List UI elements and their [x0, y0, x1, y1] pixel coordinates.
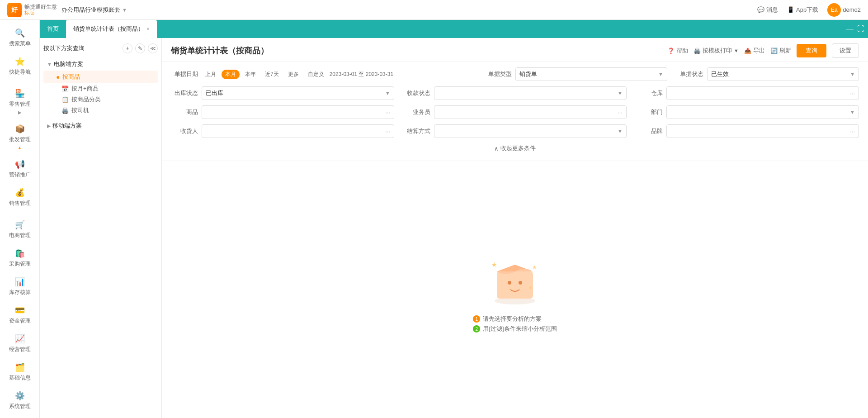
export-icon: 📤 — [744, 48, 751, 54]
department-input[interactable]: ▼ — [666, 105, 859, 119]
date-tab-7days[interactable]: 近7天 — [261, 70, 283, 79]
message-button[interactable]: 💬 消息 — [757, 6, 778, 14]
wholesale-icon: 📦 — [15, 124, 25, 134]
sidebar-item-purchase[interactable]: 🛍️ 采购管理 — [0, 244, 39, 272]
star-icon: ⭐ — [15, 57, 25, 66]
scheme-by-goods-category[interactable]: 📋 按商品分类 — [43, 94, 158, 105]
sidebar-item-basic[interactable]: 🗂️ 基础信息 — [0, 358, 39, 386]
print-button[interactable]: 🖨️ 按模板打印 ▼ — [693, 47, 739, 55]
warehouse-input[interactable]: ··· — [666, 86, 859, 100]
collapse-conditions-button[interactable]: ∧ 收起更多条件 — [171, 142, 859, 155]
scheme-by-month-goods[interactable]: 📅 按月+商品 — [43, 83, 158, 94]
svg-text:★: ★ — [532, 264, 537, 271]
date-label: 单据日期 — [171, 70, 198, 78]
empty-svg: ★ ★ ✦ — [483, 244, 547, 308]
receiver-input[interactable]: ··· — [202, 124, 394, 138]
logo-text: 畅捷通好生意 标版 — [24, 4, 57, 16]
phone-icon: 📱 — [787, 6, 794, 13]
svg-text:✦: ✦ — [528, 285, 532, 290]
help-button[interactable]: ❓ 帮助 — [667, 47, 688, 55]
brand-dots[interactable]: ··· — [850, 128, 855, 135]
brand-input[interactable]: ··· — [666, 124, 859, 138]
chevron-right-icon: ▶ — [18, 110, 22, 115]
payment-method-input[interactable]: ▼ — [434, 124, 627, 138]
export-button[interactable]: 📤 导出 — [744, 47, 765, 55]
sidebar-item-system[interactable]: ⚙️ 系统管理 — [0, 386, 39, 415]
refresh-icon: 🔄 — [770, 48, 778, 54]
settings-button[interactable]: 设置 — [832, 43, 859, 58]
retail-icon: 🏪 — [15, 89, 25, 99]
single-type-input[interactable]: 销货单 ▼ — [515, 67, 667, 81]
refresh-button[interactable]: 🔄 刷新 — [770, 47, 791, 55]
tab-home[interactable]: 首页 — [40, 20, 66, 38]
salesperson-label: 业务员 — [403, 108, 430, 116]
date-tab-more[interactable]: 更多 — [284, 70, 302, 79]
salesperson-dots[interactable]: ··· — [618, 109, 623, 116]
sidebar-item-cooperation[interactable]: 🤝 企业协同 — [0, 415, 39, 418]
mobile-group[interactable]: ▶ 移动端方案 — [43, 119, 158, 132]
receiver-dots[interactable]: ··· — [385, 128, 390, 135]
filter-panel-actions: + ✎ ≪ — [123, 43, 158, 53]
collect-status-field: 收款状态 ▼ — [403, 86, 627, 100]
message-icon: 💬 — [757, 6, 764, 13]
sidebar-item-inventory[interactable]: 📊 库存核算 — [0, 272, 39, 301]
svg-text:★: ★ — [491, 261, 497, 268]
collect-status-dropdown-icon: ▼ — [618, 90, 623, 96]
empty-tip-1: 1 请先选择要分析的方案 — [473, 315, 557, 323]
out-status-label: 出库状态 — [171, 89, 198, 97]
driver-icon: 🖨️ — [61, 107, 69, 114]
sidebar-item-marketing[interactable]: 📢 营销推广 — [0, 155, 39, 183]
department-dropdown-icon: ▼ — [850, 109, 855, 115]
goods-label: 商品 — [171, 108, 198, 116]
desktop-group[interactable]: ▼ 电脑端方案 — [43, 58, 158, 71]
edit-scheme-button[interactable]: ✎ — [135, 43, 145, 53]
inventory-icon: 📊 — [15, 277, 25, 287]
tab-active[interactable]: 销货单统计计表（按商品） × — [66, 20, 157, 38]
sidebar-item-search[interactable]: 🔍 搜索菜单 — [0, 24, 39, 52]
date-tab-custom[interactable]: 自定义 — [304, 70, 328, 79]
minimize-icon[interactable]: — — [846, 25, 854, 33]
salesperson-input[interactable]: ··· — [434, 105, 627, 119]
sidebar-item-finance[interactable]: 💳 资金管理 — [0, 301, 39, 329]
sidebar-item-retail[interactable]: 🏪 零售管理 ▶ — [0, 84, 39, 119]
sidebar-item-operation[interactable]: 📈 经营管理 — [0, 329, 39, 358]
collect-status-input[interactable]: ▼ — [434, 86, 627, 100]
add-scheme-button[interactable]: + — [123, 43, 132, 53]
scheme-by-driver[interactable]: 🖨️ 按司机 — [43, 105, 158, 116]
date-tab-last-month[interactable]: 上月 — [202, 70, 220, 79]
sidebar-item-sales[interactable]: 💰 销售管理 — [0, 183, 39, 212]
filter-form: 单据日期 上月 本月 本年 近7天 更多 自定义 2023-03-01 至 20… — [162, 62, 868, 161]
basic-icon: 🗂️ — [15, 362, 25, 372]
collapse-panel-button[interactable]: ≪ — [148, 43, 158, 53]
workspace-selector[interactable]: 办公用品行业模拟账套 ▼ — [61, 6, 127, 14]
sidebar-item-wholesale[interactable]: 📦 批发管理 ▲ — [0, 119, 39, 155]
warehouse-dots[interactable]: ··· — [850, 90, 855, 97]
page-header-actions: ❓ 帮助 🖨️ 按模板打印 ▼ 📤 导出 � — [667, 43, 859, 58]
date-tab-this-month[interactable]: 本月 — [222, 70, 240, 79]
maximize-icon[interactable]: ⛶ — [857, 25, 864, 33]
user-profile[interactable]: Ea demo2 — [827, 3, 861, 17]
single-type-dropdown-icon: ▼ — [658, 71, 663, 77]
top-bar-right: 💬 消息 📱 App下载 Ea demo2 — [757, 3, 861, 17]
tab-window-buttons: — ⛶ — [846, 25, 868, 33]
empty-state: ★ ★ ✦ 1 请先选择要分析的方案 2 用[过滤]条件来缩小分析范围 — [162, 161, 868, 418]
tab-close-icon[interactable]: × — [146, 26, 150, 32]
scheme-by-goods[interactable]: ● 按商品 — [43, 71, 158, 83]
app-download-button[interactable]: 📱 App下载 — [787, 6, 818, 14]
sidebar-item-quicknav[interactable]: ⭐ 快捷导航 — [0, 52, 39, 81]
out-status-input[interactable]: 已出库 ▼ — [202, 86, 394, 100]
brand-label: 品牌 — [636, 127, 663, 135]
content-area: 首页 销货单统计计表（按商品） × — ⛶ 按以下方案查询 + ✎ ≪ — [40, 20, 868, 418]
filter-panel: 按以下方案查询 + ✎ ≪ ▼ 电脑端方案 ● 按商品 — [40, 38, 162, 418]
goods-input[interactable]: ··· — [202, 105, 394, 119]
date-tab-this-year[interactable]: 本年 — [241, 70, 259, 79]
sidebar-item-ecommerce[interactable]: 🛒 电商管理 — [0, 215, 39, 244]
collapse-arrow-mobile-icon: ▶ — [47, 123, 51, 129]
top-bar-left: 好 畅捷通好生意 标版 办公用品行业模拟账套 ▼ — [7, 3, 127, 17]
filter-row-1: 单据日期 上月 本月 本年 近7天 更多 自定义 2023-03-01 至 20… — [171, 67, 859, 81]
out-status-dropdown-icon: ▼ — [385, 90, 390, 96]
goods-dots[interactable]: ··· — [385, 109, 390, 116]
single-status-input[interactable]: 已生效 ▼ — [707, 67, 859, 81]
query-button[interactable]: 查询 — [797, 44, 826, 57]
avatar: Ea — [827, 3, 841, 17]
